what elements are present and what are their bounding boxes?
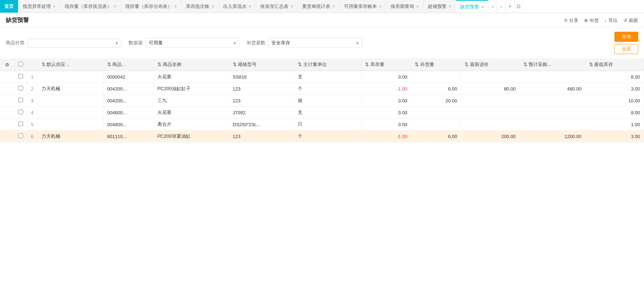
row-replenish-qty	[411, 71, 461, 83]
product-code-column-header[interactable]: ⇅ 商品...	[103, 58, 153, 71]
row-checkbox-cell[interactable]	[14, 131, 27, 142]
filter-right-actions: 查询 设置	[614, 32, 638, 54]
tab-expiry-query-label: 保质期查询	[391, 3, 414, 10]
default-supplier-label: 默认供应...	[47, 62, 69, 67]
row-min-stock: 3.00	[585, 131, 644, 142]
tab-inout-flow[interactable]: 出入库流水 ×	[219, 0, 256, 13]
row-checkbox[interactable]	[18, 74, 23, 79]
close-icon[interactable]: ×	[332, 4, 335, 9]
tab-available-ledger[interactable]: 可用量库存账本 ×	[340, 0, 386, 13]
row-min-stock: 3.00	[585, 83, 644, 95]
page-content: 缺货预警 ⎘ 分享 ⊕ 补货 ↓ 导出 ↺ 刷新 商品分类	[0, 13, 644, 287]
row-min-stock: 8.00	[585, 107, 644, 119]
row-latest-price	[461, 95, 519, 107]
product-code-sort-icon: ⇅	[107, 62, 111, 67]
row-product-name: 离合片	[153, 119, 229, 131]
select-all-checkbox[interactable]	[18, 62, 23, 66]
replenish-button[interactable]: ⊕ 补货	[584, 17, 599, 24]
min-stock-column-header[interactable]: ⇅ 最低库存	[585, 58, 644, 71]
latest-price-column-header[interactable]: ⇅ 最新进价	[461, 58, 519, 71]
page-title: 缺货预警	[6, 17, 29, 24]
tab-home[interactable]: 首页	[0, 0, 18, 13]
tab-close-all-btn[interactable]: ×	[506, 0, 514, 13]
row-number: 6	[27, 131, 38, 142]
unit-column-header[interactable]: ⇅ 主计量单位	[294, 58, 361, 71]
replenish-qty-label: 补货量	[420, 62, 434, 67]
expand-icon: ⊡	[517, 4, 521, 9]
min-stock-label: 最低库存	[594, 62, 613, 67]
close-icon[interactable]: ×	[416, 4, 419, 9]
row-default-supplier	[38, 95, 103, 107]
tab-shortage-warning[interactable]: 缺货预警 ×	[456, 0, 488, 13]
table-row: 3 004200... 三九 123 箱 0.00 20.00 10.00	[0, 95, 644, 107]
default-supplier-column-header[interactable]: ⇅ 默认供应...	[38, 58, 103, 71]
gear-icon: ⚙	[5, 62, 9, 67]
export-icon: ↓	[605, 18, 607, 23]
close-icon[interactable]: ×	[291, 4, 293, 9]
tab-abnormal[interactable]: 拣货异常处理 ×	[18, 0, 60, 13]
category-chevron-icon: ▾	[116, 40, 118, 46]
table-container: ⚙ ⇅ 默认供应... ⇅ 商品... ⇅	[0, 58, 644, 142]
row-checkbox[interactable]	[18, 98, 23, 102]
tab-expiry-query[interactable]: 保质期查询 ×	[386, 0, 423, 13]
tab-next-btn[interactable]: ›	[497, 0, 506, 13]
row-checkbox[interactable]	[18, 122, 23, 126]
row-checkbox-cell[interactable]	[14, 71, 27, 83]
tab-order-stats[interactable]: 要货单统计表 ×	[298, 0, 340, 13]
latest-price-sort-icon: ⇅	[465, 62, 469, 67]
tab-expand-btn[interactable]: ⊡	[514, 0, 523, 13]
row-default-supplier: 力天机械	[38, 83, 103, 95]
tab-prev-btn[interactable]: ‹	[488, 0, 497, 13]
tab-available-ledger-label: 可用量库存账本	[344, 3, 377, 10]
row-checkbox[interactable]	[18, 110, 23, 114]
category-select[interactable]: ▾	[27, 39, 121, 48]
close-icon[interactable]: ×	[53, 4, 56, 9]
replenish-base-select[interactable]: 安全库存 ▾	[268, 38, 362, 48]
close-icon[interactable]: ×	[249, 4, 251, 9]
row-checkbox-cell[interactable]	[14, 107, 27, 119]
share-button[interactable]: ⎘ 分享	[565, 17, 578, 24]
tab-overstock-warning[interactable]: 超储预警 ×	[423, 0, 456, 13]
tab-inventory-status[interactable]: 现存量（库存状况表） ×	[60, 0, 121, 13]
refresh-button[interactable]: ↺ 刷新	[623, 17, 638, 24]
close-icon[interactable]: ×	[174, 4, 177, 9]
tab-receive-summary[interactable]: 收发存汇总表 ×	[256, 0, 298, 13]
gear-column-header[interactable]: ⚙	[0, 58, 14, 71]
export-button[interactable]: ↓ 导出	[605, 17, 618, 24]
row-checkbox-cell[interactable]	[14, 83, 27, 95]
data-source-select[interactable]: 可用量 ▾	[145, 38, 239, 48]
tab-shortage-warning-label: 缺货预警	[460, 4, 479, 10]
close-icon[interactable]: ×	[449, 4, 451, 9]
row-unit: 箱	[294, 95, 361, 107]
spec-label: 规格型号	[238, 62, 257, 67]
close-icon[interactable]: ×	[481, 4, 484, 9]
product-name-column-header[interactable]: ⇅ 商品名称	[153, 58, 229, 71]
row-spec: 123	[229, 95, 294, 107]
settings-button[interactable]: 设置	[614, 44, 638, 54]
row-checkbox-cell[interactable]	[14, 119, 27, 131]
table-row: 6 力天机械 801110... PC200张紧油缸 123 个 -1.00 6…	[0, 131, 644, 142]
close-icon[interactable]: ×	[114, 4, 116, 9]
category-filter-group: 商品分类 ▾	[6, 39, 121, 48]
close-icon[interactable]: ×	[212, 4, 214, 9]
latest-price-label: 最新进价	[470, 62, 489, 67]
tab-batch-account[interactable]: 库存批次账 ×	[182, 0, 219, 13]
stock-column-header[interactable]: ⇅ 库存量	[361, 58, 411, 71]
row-checkbox[interactable]	[18, 133, 23, 138]
replenish-qty-column-header[interactable]: ⇅ 补货量	[411, 58, 461, 71]
row-estimated-purchase	[519, 119, 585, 131]
replenish-qty-sort-icon: ⇅	[415, 62, 419, 67]
estimated-purchase-column-header[interactable]: ⇅ 预计采购...	[519, 58, 585, 71]
row-checkbox[interactable]	[18, 86, 23, 90]
estimated-purchase-sort-icon: ⇅	[523, 62, 527, 67]
page-header: 缺货预警 ⎘ 分享 ⊕ 补货 ↓ 导出 ↺ 刷新	[0, 13, 644, 27]
row-checkbox-cell[interactable]	[14, 95, 27, 107]
spec-column-header[interactable]: ⇅ 规格型号	[229, 58, 294, 71]
tab-order-stats-label: 要货单统计表	[302, 3, 330, 10]
row-product-code: 004200...	[103, 83, 153, 95]
tab-inventory-dist[interactable]: 现存量（库存分布表） ×	[121, 0, 182, 13]
tab-batch-account-label: 库存批次账	[186, 3, 209, 10]
query-button[interactable]: 查询	[614, 32, 638, 42]
replenish-base-value: 安全库存	[271, 40, 290, 46]
close-icon[interactable]: ×	[379, 4, 382, 9]
